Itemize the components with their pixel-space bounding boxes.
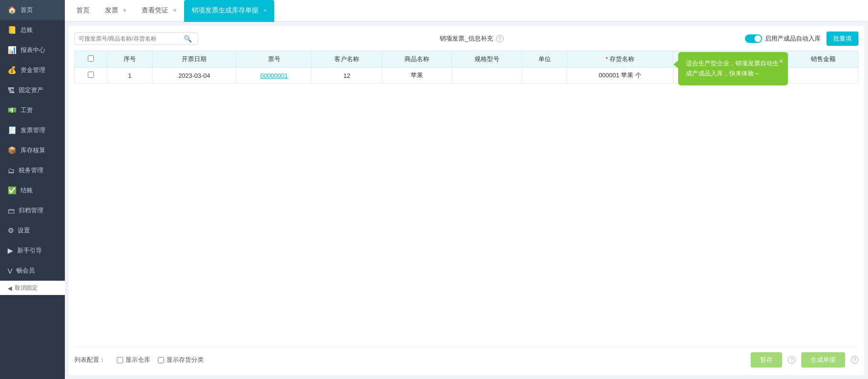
tab-salesreturn-label: 销项发票生成库存单据 [192, 6, 258, 15]
main-area: 首页 发票 × 查看凭证 × 销项发票生成库存单据 × 🔍 销项发票_信息补充 … [65, 0, 868, 379]
search-input[interactable] [79, 35, 184, 42]
save-help-icon[interactable]: ? [788, 356, 796, 364]
auto-warehouse-toggle[interactable] [745, 34, 762, 43]
sidebar-item-label: 首页 [21, 6, 33, 14]
sidebar-item-fixed[interactable]: 🏗 固定资产 [0, 80, 65, 100]
sidebar: 🏠 首页 📒 总账 📊 报表中心 💰 资金管理 🏗 固定资产 💵 工资 🧾 发票… [0, 0, 65, 379]
tab-invoice[interactable]: 发票 × [97, 0, 134, 22]
show-warehouse-text: 显示仓库 [125, 356, 150, 364]
cell-seq: 1 [107, 68, 153, 84]
sidebar-item-label: 库存核算 [21, 146, 45, 155]
sidebar-item-label: 总账 [21, 26, 33, 34]
content-area: 🔍 销项发票_信息补充 ? 启用产成品自动入库 批量填 [69, 26, 864, 375]
invoice-icon: 🧾 [8, 126, 17, 135]
cell-amount [788, 68, 858, 84]
generate-button[interactable]: 生成单据 [801, 352, 845, 368]
sidebar-item-label: 新手引导 [17, 246, 42, 255]
tax-icon: 🗂 [8, 167, 15, 175]
sidebar-item-vip[interactable]: V 畅会员 [0, 261, 65, 281]
top-bar: 🔍 销项发票_信息补充 ? 启用产成品自动入库 批量填 [74, 32, 858, 46]
toggle-text: 启用产成品自动入库 [765, 34, 821, 43]
row-checkbox[interactable] [88, 72, 94, 78]
cell-customer: 12 [312, 68, 382, 84]
sidebar-item-label: 畅会员 [16, 266, 35, 275]
sidebar-item-label: 发票管理 [21, 126, 45, 135]
tab-home[interactable]: 首页 [69, 0, 97, 22]
batch-fill-button[interactable]: 批量填 [827, 32, 858, 46]
settings-icon: ⚙ [8, 226, 14, 235]
show-warehouse-label[interactable]: 显示仓库 [117, 356, 150, 364]
cell-spec [452, 68, 522, 84]
cell-no[interactable]: 00000001 [236, 68, 312, 84]
close-account-icon: ✅ [8, 186, 17, 195]
cell-date: 2023-03-04 [152, 68, 236, 84]
tab-voucher-close[interactable]: × [173, 7, 176, 14]
sidebar-item-labor[interactable]: 💵 工资 [0, 100, 65, 120]
info-icon[interactable]: ? [496, 35, 504, 42]
tooltip-text: 适合生产型企业，销项发票自动生成产成品入库，快来体验～ [686, 60, 779, 77]
ledger-icon: 📒 [8, 26, 17, 34]
show-category-label[interactable]: 显示存货分类 [158, 356, 204, 364]
sidebar-item-label: 结账 [21, 186, 33, 195]
show-warehouse-checkbox[interactable] [117, 357, 123, 363]
guide-icon: ▶ [8, 246, 13, 255]
tab-home-label: 首页 [76, 6, 90, 15]
sidebar-item-guide[interactable]: ▶ 新手引导 [0, 241, 65, 261]
col-seq: 序号 [107, 51, 153, 68]
bottom-right: 暂存 ? 生成单据 ? [751, 352, 858, 368]
sidebar-item-settings[interactable]: ⚙ 设置 [0, 221, 65, 241]
col-no: 票号 [236, 51, 312, 68]
sidebar-item-label: 设置 [18, 226, 30, 235]
tab-salesreturn[interactable]: 销项发票生成库存单据 × [184, 0, 274, 22]
tab-bar: 首页 发票 × 查看凭证 × 销项发票生成库存单据 × [65, 0, 868, 22]
inventory-icon: 📦 [8, 146, 17, 155]
home-icon: 🏠 [8, 6, 17, 14]
pin-label: 取消固定 [15, 284, 38, 292]
col-product: 商品名称 [382, 51, 452, 68]
tab-voucher-label: 查看凭证 [142, 6, 168, 15]
cell-checkbox[interactable] [75, 68, 107, 84]
fund-icon: 💰 [8, 66, 17, 74]
sidebar-item-report[interactable]: 📊 报表中心 [0, 40, 65, 60]
col-checkbox [75, 51, 107, 68]
col-date: 开票日期 [152, 51, 236, 68]
tab-voucher[interactable]: 查看凭证 × [134, 0, 184, 22]
tooltip-close-button[interactable]: × [779, 56, 783, 66]
sidebar-item-fund[interactable]: 💰 资金管理 [0, 60, 65, 80]
bottom-bar: 列表配置： 显示仓库 显示存货分类 暂存 ? 生成单据 ? [74, 347, 858, 369]
tab-salesreturn-close[interactable]: × [263, 7, 267, 14]
vip-icon: V [8, 267, 12, 275]
generate-help-icon[interactable]: ? [851, 356, 858, 364]
info-label-group: 销项发票_信息补充 ? [440, 34, 503, 43]
sidebar-item-close[interactable]: ✅ 结账 [0, 180, 65, 200]
sidebar-item-archive[interactable]: 🗃 归档管理 [0, 200, 65, 221]
labor-icon: 💵 [8, 106, 17, 115]
table-wrap: 序号 开票日期 票号 客户名称 商品名称 规格型号 单位 存货名称 数量 销售单… [74, 51, 858, 343]
save-button[interactable]: 暂存 [751, 352, 782, 368]
sidebar-item-label: 资金管理 [21, 66, 45, 74]
pin-bar[interactable]: ◀ 取消固定 [0, 281, 65, 295]
col-customer: 客户名称 [312, 51, 382, 68]
sidebar-item-invoice[interactable]: 🧾 发票管理 [0, 120, 65, 140]
sidebar-item-home[interactable]: 🏠 首页 [0, 0, 65, 20]
col-spec: 规格型号 [452, 51, 522, 68]
tooltip-arrow [673, 61, 678, 68]
search-box[interactable]: 🔍 [74, 32, 198, 45]
report-icon: 📊 [8, 46, 17, 54]
show-category-checkbox[interactable] [158, 357, 164, 363]
sidebar-item-label: 报表中心 [21, 46, 45, 54]
cell-product: 苹果 [382, 68, 452, 84]
sidebar-item-tax[interactable]: 🗂 税务管理 [0, 160, 65, 180]
tooltip-popup: × 适合生产型企业，销项发票自动生成产成品入库，快来体验～ [678, 52, 788, 85]
list-config-label: 列表配置： [74, 356, 105, 364]
pin-icon: ◀ [8, 285, 12, 292]
tab-invoice-label: 发票 [105, 6, 118, 15]
tab-invoice-close[interactable]: × [123, 7, 126, 14]
right-controls: 启用产成品自动入库 批量填 [745, 32, 858, 46]
sidebar-item-label: 固定资产 [19, 86, 43, 95]
sidebar-item-inventory[interactable]: 📦 库存核算 [0, 140, 65, 160]
invoice-link[interactable]: 00000001 [260, 72, 288, 79]
sidebar-item-ledger[interactable]: 📒 总账 [0, 20, 65, 40]
select-all-checkbox[interactable] [88, 55, 94, 62]
fixed-icon: 🏗 [8, 86, 15, 95]
